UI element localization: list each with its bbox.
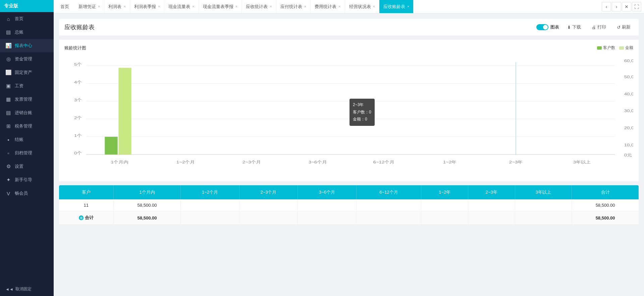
close-tab-cashflow-quarterly[interactable]: × (235, 5, 237, 8)
sidebar-item-closing[interactable]: ▪ 结账 (0, 133, 54, 146)
svg-text:30,000.00元: 30,000.00元 (624, 109, 633, 113)
total-label-cell: ◎ 合计 (59, 211, 113, 225)
svg-text:3~6个月: 3~6个月 (309, 160, 327, 164)
tab-cashflow[interactable]: 现金流量表 × (164, 0, 199, 13)
svg-text:1~2个月: 1~2个月 (176, 160, 195, 164)
sidebar-label-home: 首页 (15, 16, 23, 22)
legend-customers-label: 客户数 (603, 45, 615, 51)
sidebar-item-archive[interactable]: ▫ 归档管理 (0, 146, 54, 160)
page-header: 应收账龄表 图表 ⬇ 下载 🖨 打印 ↺ 刷新 (59, 19, 639, 36)
total-total: 58,500.00 (572, 211, 639, 225)
sidebar-item-general-ledger[interactable]: ▤ 总账 (0, 26, 54, 39)
sidebar-item-reports[interactable]: 📊 报表中心 (0, 39, 54, 52)
chart-legend: 客户数 金额 (597, 45, 633, 51)
sidebar-label-settings: 设置 (15, 163, 23, 169)
sidebar-item-home[interactable]: ⌂ 首页 (0, 12, 54, 26)
tab-receivables-stats[interactable]: 应收统计表 × (242, 0, 276, 13)
close-tab-cashflow[interactable]: × (192, 5, 194, 8)
total-y23 (468, 211, 515, 225)
col-m23: 2~3个月 (239, 185, 298, 199)
tab-home[interactable]: 首页 (55, 0, 74, 13)
close-tab-profit[interactable]: × (123, 5, 125, 8)
close-tab-operations[interactable]: × (373, 5, 375, 8)
svg-text:5个: 5个 (74, 62, 82, 66)
bar-amount-0[interactable] (118, 68, 131, 154)
svg-text:20,000.00元: 20,000.00元 (624, 126, 633, 130)
refresh-button[interactable]: ↺ 刷新 (614, 23, 633, 32)
tab-profit-quarterly[interactable]: 利润表季报 × (130, 0, 164, 13)
close-tab-payables-stats[interactable]: × (304, 5, 306, 8)
refresh-icon: ↺ (617, 25, 621, 30)
tab-expense-stats[interactable]: 费用统计表 × (311, 0, 345, 13)
sidebar-item-invoice[interactable]: ▦ 发票管理 (0, 93, 54, 106)
cell-y23 (468, 199, 515, 211)
tab-payables-stats[interactable]: 应付统计表 × (276, 0, 311, 13)
sidebar-item-membership[interactable]: V 畅会员 (0, 187, 54, 200)
tab-maximize[interactable]: ⛶ (632, 2, 641, 11)
close-tab-receivables-stats[interactable]: × (270, 5, 272, 8)
tab-bar: 首页 新增凭证 × 利润表 × 利润表季报 × 现金流量表 × 现金流量表季报 … (54, 0, 644, 13)
app-logo: 专业版 (0, 0, 54, 12)
close-tab-new-voucher[interactable]: × (98, 5, 100, 8)
tab-close-all[interactable]: ✕ (622, 2, 631, 11)
tab-profit[interactable]: 利润表 × (104, 0, 130, 13)
unpin-icon: ◄◄ (5, 287, 13, 292)
svg-text:50,000.00元: 50,000.00元 (624, 75, 633, 79)
bar-customers-0[interactable] (105, 137, 117, 155)
total-label-text: 合计 (85, 215, 94, 221)
sales-icon: ▤ (5, 110, 11, 116)
table-header-row: 客户 1个月内 1~2个月 2~3个月 3~6个月 6~12个月 1~2年 2~… (59, 185, 639, 199)
legend-customers-dot (597, 46, 602, 50)
tab-aging[interactable]: 应收账龄表 × (379, 0, 414, 13)
sidebar: 专业版 ⌂ 首页 ▤ 总账 📊 报表中心 ◎ 资金管理 ⬜ 固定资产 ▣ 工资 … (0, 0, 54, 296)
chart-title: 账龄统计图 (64, 45, 633, 51)
archive-icon: ▫ (5, 150, 11, 156)
chart-area: 5个 4个 3个 2个 1个 0个 60,000.00元 50,000.00元 … (64, 55, 633, 176)
total-y3plus (515, 211, 572, 225)
svg-text:3个: 3个 (74, 98, 82, 102)
col-y3plus: 3年以上 (515, 185, 572, 199)
sidebar-item-settings[interactable]: ⚙ 设置 (0, 160, 54, 173)
svg-text:40,000.00元: 40,000.00元 (624, 92, 633, 96)
page-area: 应收账龄表 图表 ⬇ 下载 🖨 打印 ↺ 刷新 (54, 13, 644, 296)
invoice-icon: ▦ (5, 96, 11, 102)
guide-icon: ✦ (5, 177, 11, 183)
table-container: 客户 1个月内 1~2个月 2~3个月 3~6个月 6~12个月 1~2年 2~… (59, 185, 639, 225)
membership-icon: V (5, 191, 11, 196)
tab-cashflow-quarterly[interactable]: 现金流量表季报 × (199, 0, 242, 13)
svg-text:3年以上: 3年以上 (573, 160, 591, 164)
sidebar-item-tax[interactable]: ⊞ 税务管理 (0, 119, 54, 133)
close-tab-profit-quarterly[interactable]: × (158, 5, 160, 8)
sidebar-item-guide[interactable]: ✦ 新手引导 (0, 173, 54, 187)
total-m23 (239, 211, 298, 225)
chart-toggle[interactable] (536, 24, 548, 30)
cell-y12 (421, 199, 468, 211)
tab-scroll-right[interactable]: › (612, 2, 621, 11)
total-m612 (356, 211, 421, 225)
tab-operations[interactable]: 经营状况表 × (345, 0, 379, 13)
total-m1: 58,500.00 (113, 211, 181, 225)
sidebar-label-closing: 结账 (15, 137, 23, 143)
sidebar-item-fund[interactable]: ◎ 资金管理 (0, 52, 54, 66)
sidebar-item-salary[interactable]: ▣ 工资 (0, 79, 54, 93)
tab-new-voucher[interactable]: 新增凭证 × (74, 0, 104, 13)
print-button[interactable]: 🖨 打印 (589, 23, 609, 32)
sidebar-label-general-ledger: 总账 (15, 29, 23, 35)
sidebar-label-invoice: 发票管理 (15, 96, 32, 102)
tab-scroll-left[interactable]: ‹ (602, 2, 611, 11)
legend-amount: 金额 (619, 45, 633, 51)
sidebar-item-assets[interactable]: ⬜ 固定资产 (0, 66, 54, 79)
cell-customer: 11 (59, 199, 113, 211)
download-button[interactable]: ⬇ 下载 (565, 23, 584, 32)
cell-m612 (356, 199, 421, 211)
sidebar-item-sales-ledger[interactable]: ▤ 进销台账 (0, 106, 54, 119)
chart-toggle-label: 图表 (550, 24, 559, 30)
chart-container: 账龄统计图 客户数 金额 5个 4个 3个 2个 1个 (59, 40, 639, 181)
cell-y3plus (515, 199, 572, 211)
chart-svg: 5个 4个 3个 2个 1个 0个 60,000.00元 50,000.00元 … (64, 55, 633, 176)
unpin-button[interactable]: ◄◄ 取消固定 (0, 282, 54, 296)
close-tab-aging[interactable]: × (407, 5, 409, 8)
close-tab-expense-stats[interactable]: × (338, 5, 340, 8)
svg-text:2~3个月: 2~3个月 (243, 160, 261, 164)
svg-text:1个: 1个 (74, 133, 82, 138)
